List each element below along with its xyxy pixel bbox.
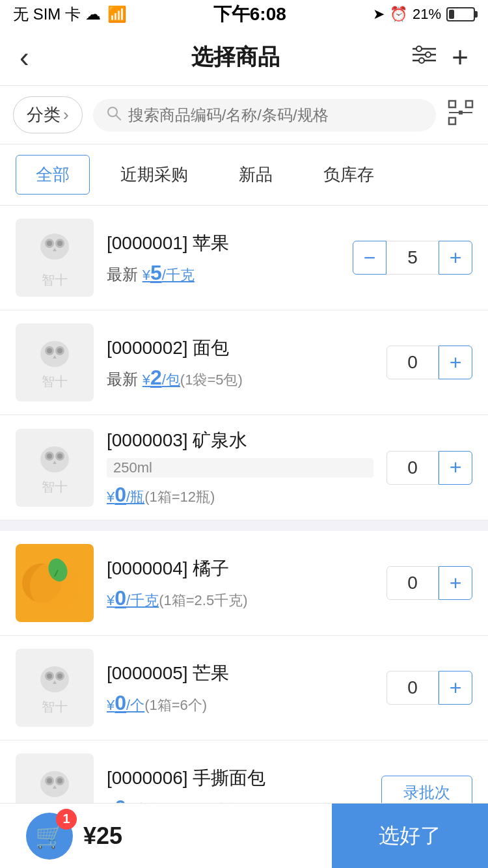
tab-new[interactable]: 新品 — [219, 155, 293, 195]
alarm-icon: ⏰ — [390, 6, 407, 23]
nav-bar: ‹ 选择商品 + — [0, 29, 488, 86]
quantity-plus-button[interactable]: + — [439, 671, 472, 705]
quantity-input[interactable] — [386, 241, 439, 275]
quantity-plus-button[interactable]: + — [439, 346, 472, 379]
quantity-input[interactable] — [386, 566, 439, 600]
svg-point-28 — [47, 454, 52, 459]
search-icon — [106, 105, 122, 125]
svg-point-5 — [419, 58, 424, 63]
cart-area: 🛒 1 ¥25 — [0, 813, 332, 860]
product-info: [0000005] 芒果 ¥0/个(1箱=6个) — [107, 661, 373, 715]
svg-point-13 — [40, 234, 69, 260]
battery-icon — [446, 7, 475, 21]
svg-point-23 — [57, 348, 62, 353]
svg-point-40 — [57, 673, 62, 679]
svg-point-17 — [57, 241, 62, 246]
product-price: ¥0/个(1箱=6个) — [107, 691, 373, 715]
confirm-button[interactable]: 选好了 — [332, 804, 488, 868]
product-name: [0000004] 橘子 — [107, 556, 373, 581]
quantity-plus-button[interactable]: + — [439, 451, 472, 485]
bottom-bar: 🛒 1 ¥25 选好了 — [0, 803, 488, 868]
svg-point-22 — [47, 348, 52, 353]
product-price: ¥0/瓶(1箱=12瓶) — [107, 483, 373, 507]
product-spec: 250ml — [107, 458, 373, 478]
product-item: 智十 [0000002] 面包 最新 ¥2/包(1袋=5包) + — [0, 310, 488, 415]
product-name: [0000003] 矿泉水 — [107, 428, 373, 453]
status-time: 下午6:08 — [213, 2, 286, 27]
product-price: 最新 ¥2/包(1袋=5包) — [107, 366, 373, 390]
search-input[interactable] — [128, 106, 423, 124]
product-item: [0000004] 橘子 ¥0/千克(1箱=2.5千克) + — [0, 531, 488, 636]
product-name: [0000006] 手撕面包 — [107, 766, 368, 791]
quantity-plus-button[interactable]: + — [439, 566, 472, 600]
filter-row: 分类 › — [0, 86, 488, 144]
quantity-minus-button[interactable]: − — [353, 241, 386, 275]
quantity-input[interactable] — [386, 451, 439, 485]
status-bar: 无 SIM 卡 ☁ 📶 下午6:08 ➤ ⏰ 21% — [0, 0, 488, 29]
product-image: 智十 — [16, 649, 94, 727]
quantity-control: + — [386, 671, 472, 705]
category-button[interactable]: 分类 › — [13, 96, 83, 133]
product-image: 智十 — [16, 219, 94, 297]
product-name: [0000005] 芒果 — [107, 661, 373, 686]
status-left: 无 SIM 卡 ☁ 📶 — [13, 4, 127, 25]
chevron-right-icon: › — [63, 105, 69, 125]
quantity-input[interactable] — [386, 346, 439, 379]
quantity-control: − + — [353, 241, 472, 275]
cart-icon-wrap[interactable]: 🛒 1 — [26, 813, 73, 860]
search-box — [93, 99, 436, 131]
product-item: 智十 [0000005] 芒果 ¥0/个(1箱=6个) + — [0, 636, 488, 740]
battery-percent: 21% — [413, 6, 441, 23]
product-name: [0000002] 面包 — [107, 336, 373, 360]
quantity-plus-button[interactable]: + — [439, 241, 472, 275]
product-name: [0000001] 苹果 — [107, 231, 340, 256]
owl-icon — [35, 227, 74, 269]
product-info: [0000004] 橘子 ¥0/千克(1箱=2.5千克) — [107, 556, 373, 610]
product-image: 智十 — [16, 429, 94, 507]
quantity-input[interactable] — [386, 671, 439, 705]
svg-point-45 — [47, 778, 52, 783]
quantity-control: + — [386, 346, 472, 379]
svg-rect-12 — [459, 111, 463, 115]
status-right: ➤ ⏰ 21% — [373, 6, 475, 23]
filter-icon[interactable] — [413, 45, 436, 70]
wifi-icon: 📶 — [107, 5, 127, 23]
product-item: 智十 [0000001] 苹果 最新 ¥5/千克 − + — [0, 206, 488, 310]
product-list: 智十 [0000001] 苹果 最新 ¥5/千克 − + — [0, 206, 488, 868]
svg-point-39 — [47, 673, 52, 679]
quantity-control: + — [386, 566, 472, 600]
svg-rect-10 — [449, 118, 455, 124]
svg-rect-8 — [449, 101, 455, 107]
scan-icon[interactable] — [446, 100, 475, 131]
svg-point-29 — [57, 454, 62, 459]
cart-total: ¥25 — [83, 822, 122, 850]
svg-point-46 — [57, 778, 62, 783]
tab-recent[interactable]: 近期采购 — [100, 155, 208, 195]
no-sim-label: 无 SIM 卡 ☁ — [13, 4, 101, 25]
svg-rect-9 — [466, 101, 472, 107]
tab-bar: 全部 近期采购 新品 负库存 — [0, 144, 488, 206]
product-image — [16, 544, 94, 622]
svg-point-16 — [47, 241, 52, 246]
tab-all[interactable]: 全部 — [16, 155, 90, 195]
product-info: [0000001] 苹果 最新 ¥5/千克 — [107, 231, 340, 285]
nav-actions: + — [413, 41, 468, 74]
tab-negative[interactable]: 负库存 — [303, 155, 394, 195]
svg-point-42 — [40, 771, 69, 797]
location-icon: ➤ — [373, 6, 385, 23]
product-price: ¥0/千克(1箱=2.5千克) — [107, 586, 373, 610]
page-title: 选择商品 — [191, 42, 280, 72]
svg-point-19 — [40, 341, 69, 367]
svg-point-4 — [426, 52, 431, 57]
product-image: 智十 — [16, 323, 94, 401]
product-info: [0000003] 矿泉水 250ml ¥0/瓶(1箱=12瓶) — [107, 428, 373, 507]
product-info: [0000002] 面包 最新 ¥2/包(1袋=5包) — [107, 336, 373, 390]
svg-line-7 — [116, 115, 120, 120]
svg-point-25 — [40, 446, 69, 472]
quantity-control: + — [386, 451, 472, 485]
back-button[interactable]: ‹ — [20, 41, 59, 74]
product-item: 智十 [0000003] 矿泉水 250ml ¥0/瓶(1箱=12瓶) + — [0, 415, 488, 521]
svg-point-36 — [40, 666, 69, 692]
add-button[interactable]: + — [452, 41, 468, 74]
svg-point-3 — [416, 46, 422, 51]
